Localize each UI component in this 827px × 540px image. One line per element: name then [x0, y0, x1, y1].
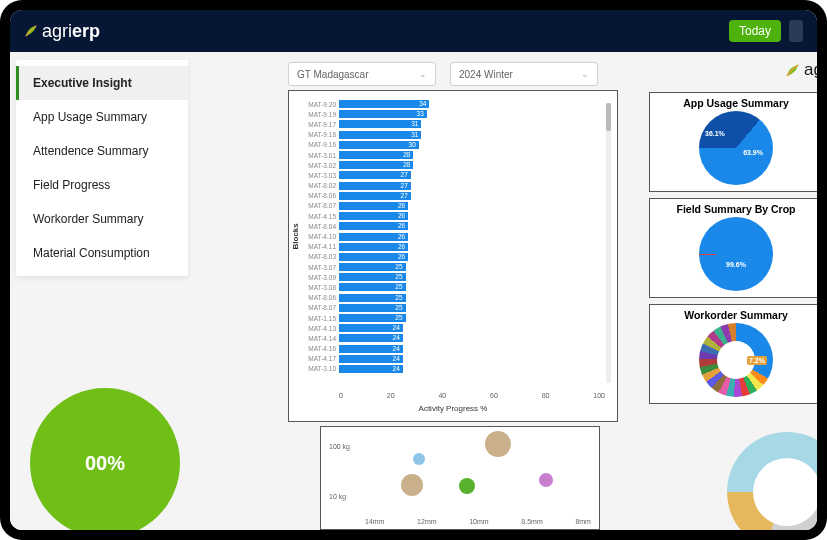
bar-row: MAT-4.1324 [339, 323, 605, 333]
avatar[interactable] [789, 20, 803, 42]
filter-selects: GT Madagascar ⌄ 2024 Winter ⌄ [288, 62, 598, 86]
bar-fill[interactable]: 26 [339, 202, 408, 210]
bar-value-label: 24 [393, 324, 400, 332]
bar-fill[interactable]: 33 [339, 110, 427, 118]
pie-slice-label: 63.9% [743, 149, 763, 156]
bar-fill[interactable]: 27 [339, 182, 411, 190]
summary-card: Workorder Summary7.2% [649, 304, 817, 404]
bar-category-label: MAT-3.01 [308, 152, 336, 159]
bar-value-label: 28 [403, 161, 410, 169]
bar-fill[interactable]: 28 [339, 151, 413, 159]
bar-category-label: MAT-3.07 [308, 264, 336, 271]
season-select-value: 2024 Winter [459, 69, 513, 80]
bar-category-label: MAT-8.02 [308, 182, 336, 189]
bar-fill[interactable]: 25 [339, 273, 406, 281]
bar-row: MAT-3.0925 [339, 272, 605, 282]
bar-fill[interactable]: 30 [339, 141, 419, 149]
bar-fill[interactable]: 25 [339, 314, 406, 322]
bar-value-label: 33 [417, 110, 424, 118]
bar-row: MAT-4.1026 [339, 231, 605, 241]
scatter-point[interactable] [539, 473, 553, 487]
bar-fill[interactable]: 31 [339, 120, 421, 128]
card-title: Field Summary By Crop [650, 203, 817, 215]
bar-fill[interactable]: 24 [339, 355, 403, 363]
bar-fill[interactable]: 26 [339, 233, 408, 241]
bar-value-label: 27 [401, 182, 408, 190]
bar-category-label: MAT-4.16 [308, 345, 336, 352]
bar-fill[interactable]: 34 [339, 100, 429, 108]
bar-fill[interactable]: 24 [339, 365, 403, 373]
sidebar-item-attendence-summary[interactable]: Attendence Summary [16, 134, 188, 168]
pie-chart[interactable]: 99.6% [699, 217, 773, 291]
bar-fill[interactable]: 24 [339, 324, 403, 332]
bar-category-label: MAT-4.11 [308, 243, 336, 250]
scatter-point[interactable] [459, 478, 475, 494]
summary-card: Field Summary By Crop99.6% [649, 198, 817, 298]
bar-value-label: 26 [398, 233, 405, 241]
scatter-point[interactable] [485, 431, 511, 457]
bar-fill[interactable]: 31 [339, 131, 421, 139]
bar-fill[interactable]: 24 [339, 334, 403, 342]
donut-slice-label: 7.2% [747, 356, 767, 365]
today-button[interactable]: Today [729, 20, 781, 42]
bar-row: MAT-3.0825 [339, 282, 605, 292]
bar-fill[interactable]: 25 [339, 294, 406, 302]
chart-scrollbar[interactable] [606, 103, 611, 383]
bar-row: MAT-3.0128 [339, 150, 605, 160]
bar-fill[interactable]: 24 [339, 345, 403, 353]
scatter-point[interactable] [401, 474, 423, 496]
bar-category-label: MAT-4.13 [308, 325, 336, 332]
sidebar-item-workorder-summary[interactable]: Workorder Summary [16, 202, 188, 236]
background-gauge: 00% [30, 388, 180, 530]
sidebar-item-field-progress[interactable]: Field Progress [16, 168, 188, 202]
bar-value-label: 27 [401, 171, 408, 179]
bar-fill[interactable]: 27 [339, 192, 411, 200]
pie-chart[interactable]: 7.2% [699, 323, 773, 397]
bar-fill[interactable]: 26 [339, 212, 408, 220]
sidebar-item-app-usage-summary[interactable]: App Usage Summary [16, 100, 188, 134]
bar-category-label: MAT-8.04 [308, 223, 336, 230]
bar-row: MAT-8.0725 [339, 303, 605, 313]
bar-value-label: 28 [403, 151, 410, 159]
bar-value-label: 27 [401, 192, 408, 200]
bar-value-label: 24 [393, 345, 400, 353]
bar-value-label: 31 [411, 131, 418, 139]
bar-category-label: MAT-8.07 [308, 304, 336, 311]
bar-category-label: MAT-4.10 [308, 233, 336, 240]
bar-fill[interactable]: 25 [339, 263, 406, 271]
bar-row: MAT-8.0726 [339, 201, 605, 211]
farm-select-value: GT Madagascar [297, 69, 369, 80]
bar-category-label: MAT-9.18 [308, 131, 336, 138]
bar-category-label: MAT-3.09 [308, 274, 336, 281]
chevron-down-icon: ⌄ [581, 69, 589, 79]
bar-category-label: MAT-3.08 [308, 284, 336, 291]
bar-fill[interactable]: 26 [339, 243, 408, 251]
bar-value-label: 34 [419, 100, 426, 108]
bar-fill[interactable]: 28 [339, 161, 413, 169]
app-logo: agrierp [24, 21, 100, 42]
bar-category-label: MAT-1.15 [308, 315, 336, 322]
sidebar-item-material-consumption[interactable]: Material Consumption [16, 236, 188, 270]
season-select[interactable]: 2024 Winter ⌄ [450, 62, 598, 86]
pie-chart[interactable]: 36.1%63.9% [699, 111, 773, 185]
bar-row: MAT-3.0725 [339, 262, 605, 272]
bar-row: MAT-3.0327 [339, 170, 605, 180]
bar-fill[interactable]: 25 [339, 283, 406, 291]
bar-row: MAT-4.1126 [339, 242, 605, 252]
bar-value-label: 24 [393, 365, 400, 373]
tablet-frame: agrierp Today Executive InsightApp Usage… [0, 0, 827, 540]
bar-fill[interactable]: 27 [339, 171, 411, 179]
bar-fill[interactable]: 25 [339, 304, 406, 312]
scatter-point[interactable] [413, 453, 425, 465]
card-title: Workorder Summary [650, 309, 817, 321]
bar-value-label: 26 [398, 212, 405, 220]
farm-select[interactable]: GT Madagascar ⌄ [288, 62, 436, 86]
pie-slice-label: 99.6% [699, 261, 773, 268]
bar-fill[interactable]: 26 [339, 222, 408, 230]
bar-value-label: 24 [393, 334, 400, 342]
bar-row: MAT-9.1630 [339, 140, 605, 150]
scatter-y-tick: 10 kg [329, 493, 346, 500]
bar-value-label: 26 [398, 202, 405, 210]
sidebar-item-executive-insight[interactable]: Executive Insight [16, 66, 188, 100]
bar-fill[interactable]: 26 [339, 253, 408, 261]
